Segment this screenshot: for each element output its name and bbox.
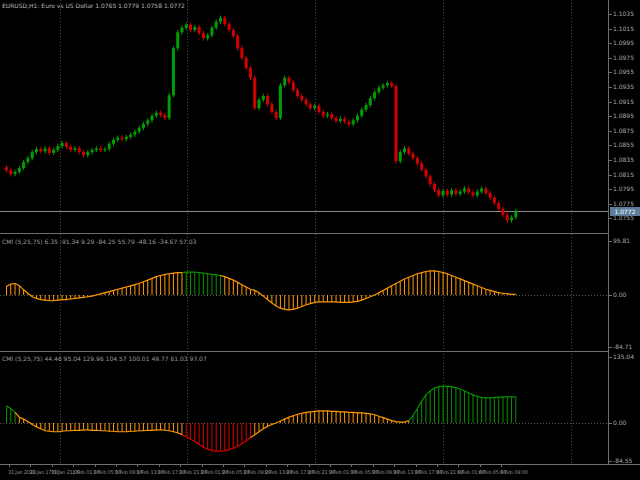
candle-body	[253, 78, 256, 108]
candle-body	[450, 190, 453, 195]
axis-tick	[609, 175, 612, 176]
candle-body	[125, 137, 128, 139]
candle-body	[365, 105, 368, 110]
time-tick	[116, 465, 117, 467]
candle-body	[300, 96, 303, 100]
indicator-scale-label: -84.55	[613, 458, 632, 464]
candle-body	[138, 128, 141, 132]
axis-tick	[609, 87, 612, 88]
candle-body	[223, 18, 226, 24]
candle-body	[146, 120, 149, 124]
candle-body	[258, 100, 261, 108]
candle-body	[52, 150, 55, 153]
time-tick	[159, 465, 160, 467]
candle-body	[407, 148, 410, 153]
candle-body	[343, 119, 346, 122]
histogram-envelope	[409, 386, 516, 420]
histogram-envelope	[250, 411, 408, 438]
price-axis[interactable]: 1.0772 1.10351.10151.09951.09751.09551.0…	[608, 0, 640, 464]
candle-body	[360, 110, 363, 116]
candle-body	[424, 170, 427, 177]
candle-body	[210, 28, 213, 36]
candle-body	[245, 58, 248, 68]
candle-body	[386, 83, 389, 85]
price-label: 1.0935	[613, 84, 634, 90]
candle-body	[129, 135, 132, 137]
price-label: 1.0795	[613, 186, 634, 192]
candle-body	[347, 122, 350, 124]
candle-body	[279, 85, 282, 118]
candle-body	[108, 144, 111, 149]
candle-body	[305, 100, 308, 105]
panel-separator-2[interactable]	[0, 351, 640, 352]
candle-body	[467, 189, 470, 193]
candle-body	[420, 164, 423, 170]
time-axis[interactable]: 31 Jan 202331 Jan 17:0031 Jan 21:001 Feb…	[0, 465, 640, 480]
candle-body	[373, 92, 376, 98]
candle-body	[270, 104, 273, 112]
time-tick	[73, 465, 74, 467]
candle-body	[9, 170, 12, 174]
axis-tick	[609, 204, 612, 205]
candle-body	[296, 90, 299, 96]
axis-tick	[609, 72, 612, 73]
indicator-scale-label: -84.71	[613, 344, 632, 350]
axis-tick	[609, 116, 612, 117]
axis-tick	[609, 43, 612, 44]
axis-tick	[609, 461, 612, 462]
time-tick	[287, 465, 288, 467]
candle-body	[206, 35, 209, 38]
candle-body	[437, 190, 440, 195]
price-label: 1.0855	[613, 142, 634, 148]
candle-body	[193, 27, 196, 30]
candle-body	[330, 114, 333, 118]
price-label: 1.0995	[613, 40, 634, 46]
candle-body	[95, 148, 98, 150]
indicator-scale-label: 95.81	[613, 238, 630, 244]
time-label: 6 Feb 09:00	[500, 469, 527, 475]
axis-tick	[609, 295, 612, 296]
candle-body	[99, 148, 102, 150]
panel-separator-1[interactable]	[0, 233, 640, 234]
candle-body	[91, 150, 94, 152]
candle-body	[39, 149, 42, 151]
time-tick	[501, 465, 502, 467]
candle-body	[163, 115, 166, 118]
candle-body	[116, 138, 119, 140]
candle-body	[228, 24, 231, 30]
time-tick	[137, 465, 138, 467]
candle-body	[429, 176, 432, 184]
price-label: 1.0875	[613, 128, 634, 134]
candle-body	[326, 114, 329, 116]
candle-body	[463, 189, 466, 192]
candle-body	[377, 88, 380, 93]
candle-body	[189, 25, 192, 30]
candle-body	[514, 211, 517, 217]
candle-body	[240, 48, 243, 58]
axis-tick	[609, 29, 612, 30]
price-label: 1.0915	[613, 99, 634, 105]
candle-body	[159, 113, 162, 115]
candle-body	[454, 190, 457, 194]
candle-body	[219, 18, 222, 22]
candle-body	[180, 28, 183, 33]
candle-body	[73, 148, 76, 150]
chart-surface[interactable]	[0, 0, 608, 464]
candle-body	[292, 82, 295, 90]
candle-body	[489, 193, 492, 198]
axis-tick	[609, 14, 612, 15]
candle-body	[287, 78, 290, 83]
indicator-label-mid: CMI (5,25,75) 6.35 -91.34 9.29 -84.25 55…	[2, 238, 196, 245]
time-tick	[394, 465, 395, 467]
candle-body	[399, 152, 402, 161]
candle-body	[480, 189, 483, 192]
candle-body	[168, 95, 171, 118]
candle-body	[65, 143, 68, 147]
candle-body	[446, 191, 449, 195]
axis-tick	[609, 102, 612, 103]
candle-body	[412, 154, 415, 159]
axis-tick	[609, 357, 612, 358]
candle-body	[313, 106, 316, 108]
price-label: 1.1015	[613, 26, 634, 32]
candle-body	[86, 152, 89, 155]
